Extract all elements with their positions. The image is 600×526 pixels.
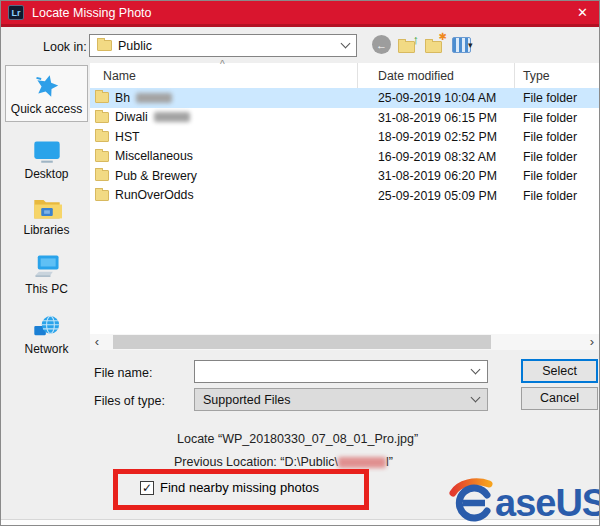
sidebar-item-libraries[interactable]: Libraries <box>5 195 88 237</box>
file-list-pane: ^ Name Date modified Type Bh25-09-2019 1… <box>90 63 599 350</box>
checkbox-checked-icon[interactable]: ✓ <box>140 481 154 495</box>
locate-file-text: Locate “WP_20180330_07_08_01_Pro.jpg” <box>177 432 418 446</box>
chevron-down-icon <box>471 393 481 403</box>
previous-location-text: Previous Location: “D:\Public\l” <box>174 455 393 469</box>
view-menu-caret-icon: ▾ <box>468 40 473 50</box>
easeus-logo-icon: aseUS <box>449 467 600 523</box>
type-cell: File folder <box>523 130 577 144</box>
sidebar-item-this-pc[interactable]: This PC <box>5 253 88 296</box>
column-header-date-modified[interactable]: Date modified <box>378 69 454 83</box>
file-name-cell: HST <box>95 127 140 147</box>
folder-icon <box>95 131 109 142</box>
current-folder: Public <box>118 39 152 53</box>
sidebar-item-desktop[interactable]: Desktop <box>5 139 88 181</box>
file-row[interactable]: Bh25-09-2019 10:04 AMFile folder <box>90 88 599 108</box>
folder-icon <box>95 190 109 201</box>
file-name-cell: Bh <box>95 88 172 108</box>
desktop-monitor-icon <box>32 139 62 165</box>
column-divider <box>514 63 515 88</box>
type-cell: File folder <box>523 111 577 125</box>
file-name-cell: RunOverOdds <box>95 186 194 206</box>
libraries-folder-icon <box>32 195 62 221</box>
file-name-cell: Pub & Brewery <box>95 166 197 186</box>
find-nearby-checkbox-row[interactable]: ✓ Find nearby missing photos <box>140 480 319 495</box>
file-rows: Bh25-09-2019 10:04 AMFile folderDiwali31… <box>90 88 599 205</box>
file-row[interactable]: Pub & Brewery31-08-2019 06:20 PMFile fol… <box>90 166 599 186</box>
date-modified-cell: 16-09-2019 08:32 AM <box>378 150 496 164</box>
date-modified-cell: 31-08-2019 06:20 PM <box>378 169 497 183</box>
files-of-type-label: Files of type: <box>94 394 165 408</box>
sidebar-item-quick-access[interactable]: Quick access <box>5 65 88 122</box>
date-modified-cell: 25-09-2019 10:04 AM <box>378 91 496 105</box>
lightroom-app-icon: Lr <box>8 5 24 20</box>
date-modified-cell: 18-09-2019 02:52 PM <box>378 130 497 144</box>
close-icon[interactable]: ✕ <box>577 5 588 20</box>
chevron-down-icon <box>341 39 351 49</box>
file-name-cell: Diwali <box>95 108 190 128</box>
type-cell: File folder <box>523 91 577 105</box>
column-header-type[interactable]: Type <box>523 69 550 83</box>
network-globe-icon <box>32 313 62 340</box>
new-folder-icon[interactable]: ✱ <box>425 36 445 54</box>
type-cell: File folder <box>523 189 577 203</box>
places-sidebar: Quick access Desktop Libraries <box>5 63 88 423</box>
folder-icon <box>95 112 109 123</box>
horizontal-scrollbar[interactable]: ‹ › <box>90 334 599 350</box>
quick-access-star-icon <box>33 72 61 100</box>
brand-text: aseUS <box>495 482 600 523</box>
folder-icon <box>95 151 109 162</box>
sidebar-item-network[interactable]: Network <box>5 313 88 356</box>
file-name-label: File name: <box>94 366 152 380</box>
chevron-down-icon <box>471 365 481 375</box>
type-cell: File folder <box>523 150 577 164</box>
title-bar: Lr Locate Missing Photo ✕ <box>1 1 599 27</box>
redacted-text <box>338 457 386 468</box>
cancel-button[interactable]: Cancel <box>521 387 598 410</box>
find-nearby-checkbox-label: Find nearby missing photos <box>160 480 319 495</box>
file-row[interactable]: Diwali31-08-2019 06:15 PMFile folder <box>90 108 599 128</box>
sort-ascending-icon: ^ <box>220 59 225 70</box>
redacted-text <box>154 112 190 122</box>
look-in-label: Look in: <box>43 40 87 54</box>
folder-icon <box>95 92 109 103</box>
type-cell: File folder <box>523 169 577 183</box>
scroll-right-icon[interactable]: › <box>585 335 599 349</box>
view-menu-icon[interactable]: ▾ <box>452 36 482 54</box>
this-pc-icon <box>32 253 62 280</box>
folder-icon <box>97 40 112 51</box>
scrollbar-thumb[interactable] <box>113 335 491 349</box>
date-modified-cell: 31-08-2019 06:15 PM <box>378 111 497 125</box>
easeus-watermark-logo: aseUS <box>449 467 600 526</box>
folder-icon <box>95 170 109 181</box>
locate-missing-photo-dialog: Lr Locate Missing Photo ✕ Look in: Publi… <box>0 0 600 526</box>
redacted-text <box>136 93 172 103</box>
file-name-cell: Miscellaneous <box>95 147 193 167</box>
look-in-dropdown[interactable]: Public <box>89 34 357 57</box>
scroll-left-icon[interactable]: ‹ <box>90 335 104 349</box>
date-modified-cell: 25-09-2019 05:09 PM <box>378 189 497 203</box>
file-row[interactable]: HST18-09-2019 02:52 PMFile folder <box>90 127 599 147</box>
dialog-title: Locate Missing Photo <box>32 6 152 20</box>
files-of-type-dropdown[interactable]: Supported Files <box>194 388 488 411</box>
file-row[interactable]: Miscellaneous16-09-2019 08:32 AMFile fol… <box>90 147 599 167</box>
file-name-input[interactable] <box>194 360 488 383</box>
up-one-level-icon[interactable]: ↑ <box>398 36 418 54</box>
list-header: ^ Name Date modified Type <box>90 63 599 88</box>
file-row[interactable]: RunOverOdds25-09-2019 05:09 PMFile folde… <box>90 186 599 206</box>
column-divider <box>357 63 358 88</box>
column-header-name[interactable]: Name <box>103 69 136 83</box>
files-of-type-value: Supported Files <box>203 393 291 407</box>
select-button[interactable]: Select <box>521 359 598 383</box>
back-icon[interactable]: ← <box>372 35 391 54</box>
